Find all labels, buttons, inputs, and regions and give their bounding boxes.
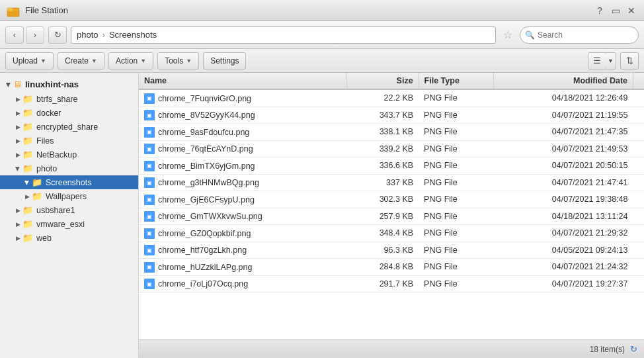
upload-dropdown-arrow: ▼ xyxy=(40,58,46,64)
status-bar: 18 item(s) ↻ xyxy=(139,339,644,358)
favorite-button[interactable]: ☆ xyxy=(500,26,516,44)
netbackup-label: NetBackup xyxy=(36,150,77,159)
file-name: chrome_hUZzkiLAPg.png xyxy=(158,263,252,272)
minimize-button[interactable]: ? xyxy=(594,5,606,17)
table-row[interactable]: ▣ chrome_9asFdoufcu.png 338.1 KB PNG Fil… xyxy=(139,124,644,141)
netbackup-folder-icon: 📁 xyxy=(22,150,33,159)
search-input[interactable] xyxy=(520,26,639,44)
tools-dropdown-arrow: ▼ xyxy=(186,58,192,64)
file-type-cell: PNG File xyxy=(419,89,493,107)
sidebar-item-encrypted_share[interactable]: ▶ 📁 encrypted_share xyxy=(0,120,138,134)
file-icon: ▣ xyxy=(144,211,155,222)
table-row[interactable]: ▣ chrome_htf70gzLkh.png 96.3 KB PNG File… xyxy=(139,242,644,259)
file-modified-cell: 04/07/2021 21:47:35 xyxy=(494,124,633,141)
file-modified-cell: 04/18/2021 12:26:49 xyxy=(494,89,633,107)
file-modified-cell: 04/07/2021 20:50:15 xyxy=(494,157,633,175)
file-icon: ▣ xyxy=(144,279,155,289)
file-icon: ▣ xyxy=(144,144,155,154)
sidebar-item-NetBackup[interactable]: ▶ 📁 NetBackup xyxy=(0,148,138,161)
file-table-wrapper[interactable]: Name Size File Type Modified Date ▣ chro… xyxy=(139,73,644,339)
file-type-cell: PNG File xyxy=(419,259,493,276)
list-view-dropdown[interactable]: ▼ xyxy=(606,52,616,69)
file-size-cell: 257.9 KB xyxy=(346,208,419,225)
sidebar-item-web[interactable]: ▶ 📁 web xyxy=(0,231,138,245)
file-type-cell: PNG File xyxy=(419,140,493,157)
svg-rect-1 xyxy=(7,8,13,11)
path-separator: › xyxy=(102,30,105,40)
create-dropdown-arrow: ▼ xyxy=(91,58,97,64)
file-name: chrome_g3tHNMwBQg.png xyxy=(158,178,259,187)
file-extra-cell xyxy=(633,208,645,225)
file-modified-cell: 04/07/2021 21:24:32 xyxy=(494,259,633,276)
usb-label: usbshare1 xyxy=(36,206,75,215)
sidebar-item-Wallpapers[interactable]: ▶ 📁 Wallpapers xyxy=(0,189,138,203)
file-modified-cell: 04/07/2021 21:49:53 xyxy=(494,140,633,157)
files-expand: ▶ xyxy=(13,136,22,146)
table-row[interactable]: ▣ chrome_7FuqnviGrO.png 22.2 KB PNG File… xyxy=(139,89,644,107)
sidebar-item-Screenshots[interactable]: ▶ 📁 Screenshots xyxy=(0,175,138,189)
file-type-cell: PNG File xyxy=(419,124,493,141)
file-size-cell: 302.3 KB xyxy=(346,191,419,208)
file-icon: ▣ xyxy=(144,177,155,188)
sidebar-item-usbshare1[interactable]: ▶ 📁 usbshare1 xyxy=(0,203,138,217)
settings-button[interactable]: Settings xyxy=(203,52,246,69)
file-name-cell: ▣ chrome_GZ0Qopkbif.png xyxy=(139,225,346,242)
table-row[interactable]: ▣ chrome_GZ0Qopkbif.png 348.4 KB PNG Fil… xyxy=(139,225,644,242)
upload-button[interactable]: Upload ▼ xyxy=(5,52,54,69)
address-bar[interactable]: photo › Screenshots xyxy=(71,26,496,44)
table-row[interactable]: ▣ chrome_hUZzkiLAPg.png 284.8 KB PNG Fil… xyxy=(139,259,644,276)
file-type-cell: PNG File xyxy=(419,225,493,242)
col-type[interactable]: File Type xyxy=(419,73,493,89)
col-size[interactable]: Size xyxy=(346,73,419,89)
sort-view-button[interactable]: ⇅ xyxy=(620,52,639,69)
file-name-cell: ▣ chrome_GmTWXkvwSu.png xyxy=(139,208,346,225)
file-extra-cell xyxy=(633,140,645,157)
list-view-button[interactable]: ☰ xyxy=(588,52,606,69)
close-button[interactable]: ✕ xyxy=(625,5,637,17)
web-label: web xyxy=(36,234,52,243)
action-button[interactable]: Action ▼ xyxy=(108,52,153,69)
sidebar-item-root[interactable]: ▶ 🖥 linuxhint-nas xyxy=(0,77,138,92)
forward-button[interactable]: › xyxy=(26,26,44,44)
table-row[interactable]: ▣ chrome_76qtEcAYnD.png 339.2 KB PNG Fil… xyxy=(139,140,644,157)
web-expand: ▶ xyxy=(13,234,22,243)
file-type-cell: PNG File xyxy=(419,208,493,225)
file-extra-cell xyxy=(633,259,645,276)
address-path-screenshots: Screenshots xyxy=(109,30,157,40)
sidebar-item-btrfs_share[interactable]: ▶ 📁 btrfs_share xyxy=(0,92,138,106)
tools-button[interactable]: Tools ▼ xyxy=(157,52,199,69)
table-row[interactable]: ▣ chrome_GmTWXkvwSu.png 257.9 KB PNG Fil… xyxy=(139,208,644,225)
wallpapers-expand: ▶ xyxy=(22,192,32,201)
sidebar-item-vmware_esxi[interactable]: ▶ 📁 vmware_esxi xyxy=(0,217,138,231)
search-wrapper: 🔍 xyxy=(520,26,639,44)
table-row[interactable]: ▣ chrome_i7oLj07Ocq.png 291.7 KB PNG Fil… xyxy=(139,275,644,292)
sidebar-item-photo[interactable]: ▶ 📁 photo xyxy=(0,161,138,175)
status-refresh-button[interactable]: ↻ xyxy=(630,344,637,354)
refresh-button[interactable]: ↻ xyxy=(48,26,67,44)
search-icon: 🔍 xyxy=(525,30,535,40)
table-row[interactable]: ▣ chrome_GjE6CFsypU.png 302.3 KB PNG Fil… xyxy=(139,191,644,208)
btrfs-folder-icon: 📁 xyxy=(22,94,33,104)
table-row[interactable]: ▣ chrome_BimTX6yjGm.png 336.6 KB PNG Fil… xyxy=(139,157,644,175)
action-label: Action xyxy=(116,56,138,66)
file-modified-cell: 04/07/2021 21:29:32 xyxy=(494,225,633,242)
encrypted-label: encrypted_share xyxy=(36,122,98,132)
col-name[interactable]: Name xyxy=(139,73,346,89)
tools-label: Tools xyxy=(165,56,183,66)
file-extra-cell xyxy=(633,124,645,141)
file-table: Name Size File Type Modified Date ▣ chro… xyxy=(139,73,644,292)
root-label: linuxhint-nas xyxy=(25,79,79,89)
maximize-button[interactable]: ▭ xyxy=(610,5,622,17)
sidebar-item-docker[interactable]: ▶ 📁 docker xyxy=(0,106,138,120)
file-icon: ▣ xyxy=(144,228,155,239)
table-row[interactable]: ▣ chrome_g3tHNMwBQg.png 337 KB PNG File … xyxy=(139,174,644,191)
file-modified-cell: 04/18/2021 13:11:24 xyxy=(494,208,633,225)
file-modified-cell: 04/07/2021 21:19:55 xyxy=(494,107,633,124)
col-modified[interactable]: Modified Date xyxy=(494,73,633,89)
table-row[interactable]: ▣ chrome_8V52GyyK44.png 343.7 KB PNG Fil… xyxy=(139,107,644,124)
create-button[interactable]: Create ▼ xyxy=(58,52,104,69)
back-button[interactable]: ‹ xyxy=(5,26,24,44)
web-folder-icon: 📁 xyxy=(22,233,33,243)
sidebar-item-Files[interactable]: ▶ 📁 Files xyxy=(0,134,138,148)
titlebar-left: File Station xyxy=(7,4,68,17)
